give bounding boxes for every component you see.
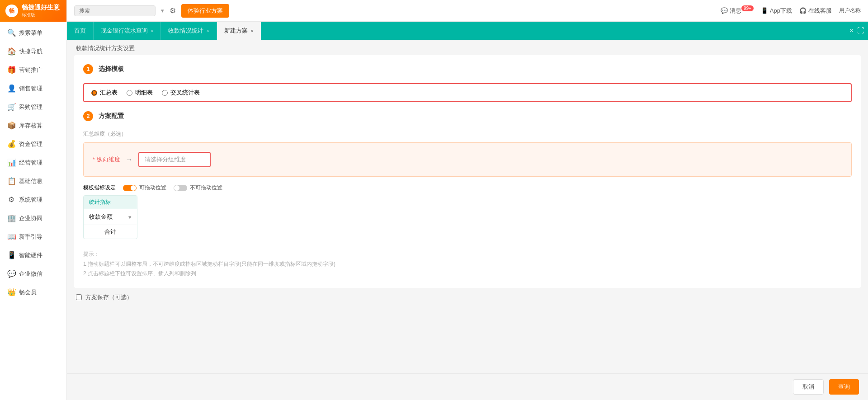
sidebar-icon-quick-nav: 🏠 — [7, 47, 15, 56]
sidebar-label-search-menu: 搜索菜单 — [19, 29, 42, 37]
search-input[interactable] — [74, 5, 156, 16]
draggable-toggle[interactable]: 可拖动位置 — [123, 184, 166, 192]
page-header-title: 收款情况统计方案设置 — [76, 45, 135, 52]
sidebar: 畅 畅捷通好生意 标准版 🔍 搜索菜单 🏠 快捷导航 🎁 营销推广 👤 销售管理… — [0, 0, 67, 400]
sidebar-label-system: 系统管理 — [19, 196, 42, 204]
logo-badge: 标准版 — [22, 12, 60, 18]
radio-summary[interactable]: 汇总表 — [91, 89, 118, 97]
sidebar-icon-operations: 📊 — [7, 158, 15, 167]
step1-label: 选择模板 — [99, 65, 124, 73]
metrics-table: 统计指标 收款金额 ▾ 合计 — [83, 195, 137, 239]
metrics-total-row: 合计 — [84, 225, 137, 239]
template-radio-group: 汇总表 明细表 交叉统计表 — [91, 89, 200, 97]
sidebar-label-basic-info: 基础信息 — [19, 177, 42, 185]
radio-detail-input[interactable] — [127, 90, 132, 96]
save-checkbox[interactable] — [76, 294, 82, 300]
sidebar-item-inventory[interactable]: 📦 库存核算 — [0, 116, 66, 135]
message-badge: 99+ — [741, 5, 754, 11]
tab-bar: 首页 现金银行流水查询 × 收款情况统计 × 新建方案 × × ⛶ — [67, 22, 868, 40]
step2-badge: 2 — [83, 111, 93, 121]
sidebar-icon-purchase: 🛒 — [7, 103, 15, 111]
message-icon: 💬 — [721, 7, 728, 14]
sidebar-icon-member: 👑 — [7, 288, 15, 296]
sidebar-item-guide[interactable]: 📖 新手引导 — [0, 227, 66, 246]
dimension-title: 汇总维度（必选） — [83, 130, 852, 138]
message-label: 消息 — [730, 7, 741, 15]
metrics-settings-label: 模板指标设定 — [83, 184, 116, 192]
metrics-table-header: 统计指标 — [84, 196, 137, 209]
step2-row: 2 方案配置 — [83, 111, 852, 121]
sidebar-item-system[interactable]: ⚙ 系统管理 — [0, 190, 66, 209]
user-name: 用户名称 — [839, 7, 861, 14]
non-draggable-toggle-pill[interactable] — [174, 185, 187, 191]
dimension-area: * 纵向维度 → 请选择分组维度 — [83, 142, 852, 177]
sidebar-item-smart-hw[interactable]: 📱 智能硬件 — [0, 246, 66, 264]
sidebar-label-finance: 资金管理 — [19, 140, 42, 148]
metrics-cell-amount[interactable]: 收款金额 ▾ — [84, 209, 137, 225]
save-option: 方案保存（可选） — [67, 288, 868, 307]
main-area: ▾ ⚙ 体验行业方案 💬 消息 99+ 📱 App下载 🎧 在线客服 用户名称 … — [67, 0, 868, 400]
tips-title: 提示： — [83, 251, 99, 257]
radio-detail[interactable]: 明细表 — [127, 89, 153, 97]
dimension-select[interactable]: 请选择分组维度 — [138, 152, 211, 167]
page-body: 1 选择模板 汇总表 明细表 交叉统计表 — [74, 55, 861, 288]
sidebar-label-sales: 销售管理 — [19, 85, 42, 93]
sidebar-item-member[interactable]: 👑 畅会员 — [0, 283, 66, 301]
tab-new-plan[interactable]: 新建方案 × — [217, 22, 261, 40]
tips-line2: 2.点击标题栏下拉可设置排序、插入列和删除列 — [83, 269, 852, 279]
topbar-right: 💬 消息 99+ 📱 App下载 🎧 在线客服 用户名称 — [721, 7, 861, 15]
logo-icon: 畅 — [5, 5, 18, 17]
sidebar-label-guide: 新手引导 — [19, 233, 42, 241]
sidebar-item-enterprise[interactable]: 🏢 企业协同 — [0, 209, 66, 227]
tab-home[interactable]: 首页 — [67, 22, 94, 40]
dimension-row: * 纵向维度 → 请选择分组维度 — [93, 152, 842, 167]
sidebar-item-search-menu[interactable]: 🔍 搜索菜单 — [0, 24, 66, 42]
online-service-btn[interactable]: 🎧 在线客服 — [799, 7, 832, 15]
tab-maximize-icon[interactable]: ⛶ — [857, 27, 864, 35]
query-button[interactable]: 查询 — [829, 379, 859, 395]
radio-cross[interactable]: 交叉统计表 — [162, 89, 200, 97]
tab-bank-flow-label: 现金银行流水查询 — [101, 27, 148, 35]
service-label: 在线客服 — [808, 7, 832, 15]
sidebar-item-quick-nav[interactable]: 🏠 快捷导航 — [0, 42, 66, 61]
sidebar-label-operations: 经营管理 — [19, 159, 42, 167]
tab-receipt-stat-label: 收款情况统计 — [168, 27, 203, 35]
sidebar-item-sales[interactable]: 👤 销售管理 — [0, 79, 66, 98]
message-btn[interactable]: 💬 消息 99+ — [721, 7, 754, 15]
tab-new-plan-label: 新建方案 — [224, 27, 248, 35]
sidebar-item-purchase[interactable]: 🛒 采购管理 — [0, 98, 66, 116]
topbar-dropdown-arrow[interactable]: ▾ — [161, 7, 164, 14]
sidebar-icon-inventory: 📦 — [7, 121, 15, 130]
step2-label: 方案配置 — [99, 112, 124, 120]
radio-cross-label: 交叉统计表 — [170, 89, 200, 97]
cancel-button[interactable]: 取消 — [793, 379, 824, 395]
radio-cross-input[interactable] — [162, 90, 168, 96]
tab-bank-flow[interactable]: 现金银行流水查询 × — [94, 22, 161, 40]
sidebar-item-finance[interactable]: 💰 资金管理 — [0, 135, 66, 153]
vertical-dimension-label: * 纵向维度 — [93, 155, 120, 164]
app-download-btn[interactable]: 📱 App下载 — [761, 7, 792, 15]
sidebar-item-operations[interactable]: 📊 经营管理 — [0, 153, 66, 172]
sidebar-icon-finance: 💰 — [7, 140, 15, 148]
service-icon: 🎧 — [799, 7, 807, 14]
step1-badge: 1 — [83, 64, 93, 74]
sidebar-item-basic-info[interactable]: 📋 基础信息 — [0, 172, 66, 190]
sidebar-item-wechat[interactable]: 💬 企业微信 — [0, 264, 66, 283]
settings-icon[interactable]: ⚙ — [170, 6, 176, 15]
tab-new-plan-close[interactable]: × — [250, 28, 253, 33]
sidebar-logo: 畅 畅捷通好生意 标准版 — [0, 0, 66, 22]
tab-receipt-stat-close[interactable]: × — [206, 28, 209, 33]
radio-summary-input[interactable] — [91, 90, 97, 96]
tips-section: 提示： 1.拖动标题栏可以调整布局，不可跨维度或指标区域拖动栏目字段(只能在同一… — [83, 249, 852, 279]
tab-receipt-stat[interactable]: 收款情况统计 × — [161, 22, 217, 40]
sidebar-item-marketing[interactable]: 🎁 营销推广 — [0, 61, 66, 79]
tab-close-all-icon[interactable]: × — [849, 27, 854, 35]
draggable-toggle-pill[interactable] — [123, 185, 137, 191]
industry-solution-button[interactable]: 体验行业方案 — [181, 4, 229, 18]
non-draggable-toggle[interactable]: 不可拖动位置 — [174, 184, 222, 192]
tab-bank-flow-close[interactable]: × — [151, 28, 153, 33]
content-area: 收款情况统计方案设置 1 选择模板 汇总表 明细表 — [67, 40, 868, 373]
metric-dropdown-icon[interactable]: ▾ — [128, 214, 132, 221]
tab-home-label: 首页 — [74, 27, 86, 35]
metrics-header: 模板指标设定 可拖动位置 不可拖动位置 — [83, 184, 852, 192]
